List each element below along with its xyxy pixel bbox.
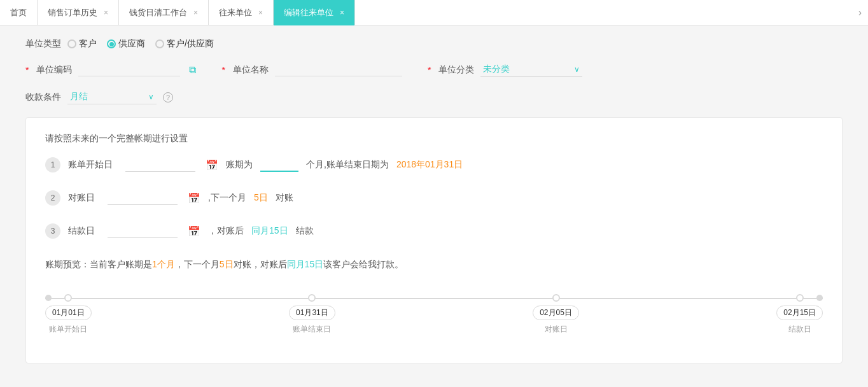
payment-terms-help-icon[interactable]: ? [163, 92, 173, 102]
unit-type-row: 单位类型 客户 供应商 客户/供应商 [25, 38, 843, 50]
reconciliation-label: 对账日 [68, 192, 95, 204]
timeline-point-0: 01月01日 账单开始日 [45, 294, 92, 335]
timeline-point-3: 02月15日 结款日 [776, 294, 823, 335]
row-num-2: 2 [45, 190, 60, 206]
payment-date-calendar-icon[interactable]: 📅 [188, 225, 200, 237]
unit-category-value: 未分类 [483, 64, 571, 75]
unit-name-input[interactable]: 河南供应商22 [275, 63, 402, 76]
radio-supplier[interactable]: 供应商 [107, 38, 145, 50]
preview-label: 账期预览：当前客户账期是 [45, 259, 152, 269]
radio-customer-circle [67, 39, 76, 48]
tab-cash-work-close[interactable]: × [193, 8, 198, 17]
tab-edit-contacts[interactable]: 编辑往来单位 × [274, 0, 355, 25]
payment-terms-arrow-icon: ∨ [148, 92, 154, 101]
tab-contacts-label: 往来单位 [219, 7, 252, 18]
timeline-point-2: 02月05日 对账日 [533, 294, 579, 335]
tab-sales-history[interactable]: 销售订单历史 × [38, 0, 119, 25]
period-suffix: 个月,账单结束日期为 [306, 159, 389, 171]
timeline-label-1: 账单结束日 [293, 324, 331, 335]
tab-contacts[interactable]: 往来单位 × [209, 0, 274, 25]
row-num-3: 3 [45, 223, 60, 239]
bill-start-calendar-icon[interactable]: 📅 [206, 159, 218, 171]
tab-contacts-close[interactable]: × [258, 8, 263, 17]
timeline-badge-3: 02月15日 [776, 306, 823, 320]
timeline-label-2: 对账日 [545, 324, 568, 335]
timeline-dot-3 [796, 294, 804, 302]
bill-start-row: 1 账单开始日 2018-01-01 📅 账期为 1 个月,账单结束日期为 20… [45, 157, 823, 172]
preview-1: 1个月 [152, 259, 175, 269]
unit-info-row: * 单位编码 000001 ⧉ * 单位名称 河南供应商22 * 单位分类 未分… [25, 62, 843, 77]
timeline-label-3: 结款日 [788, 324, 811, 335]
category-required-star: * [428, 65, 431, 75]
section-instruction: 请按照未来的一个完整帐期进行设置 [45, 133, 823, 144]
preview-5: 同月15日 [287, 259, 324, 269]
timeline-badge-0: 01月01日 [45, 306, 92, 320]
payment-terms-row: 收款条件 月结 ∨ ? [25, 90, 843, 104]
preview-4: 对账，对账后 [234, 259, 287, 269]
tab-cash-work[interactable]: 钱货日清工作台 × [119, 0, 209, 25]
preview-text: 账期预览：当前客户账期是1个月，下一个月5日对账，对账后同月15日该客户会给我打… [45, 257, 823, 272]
payment-date-row: 3 结款日 2018-02-15 📅 ，对账后同月15日结款 [45, 223, 823, 239]
name-required-star: * [221, 65, 225, 75]
tab-expand-button[interactable]: › [852, 7, 868, 18]
timeline-badge-2: 02月05日 [533, 306, 579, 320]
payment-date-post: 结款 [296, 225, 314, 237]
payment-date-pre: ，对账后 [208, 225, 244, 237]
tab-home[interactable]: 首页 [0, 0, 38, 25]
reconciliation-calendar-icon[interactable]: 📅 [188, 192, 200, 204]
page-content: 单位类型 客户 供应商 客户/供应商 * 单位编码 000001 ⧉ * 单位名… [0, 25, 868, 387]
radio-customer-label: 客户 [79, 38, 97, 50]
timeline: 01月01日 账单开始日 01月31日 账单结束日 02月05日 对账日 02月… [45, 288, 823, 348]
payment-date-highlight: 同月15日 [251, 225, 288, 237]
reconciliation-row: 2 对账日 2018-02-05 📅 ,下一个月5日对账 [45, 190, 823, 206]
period-prefix: 账期为 [226, 159, 253, 171]
reconciliation-post: 对账 [276, 192, 293, 204]
row-num-1: 1 [45, 157, 60, 172]
reconciliation-highlight: 5日 [254, 192, 268, 204]
settings-section: 请按照未来的一个完整帐期进行设置 1 账单开始日 2018-01-01 📅 账期… [25, 117, 843, 363]
timeline-point-1: 01月31日 账单结束日 [289, 294, 335, 335]
payment-terms-label: 收款条件 [25, 92, 61, 103]
unit-type-label: 单位类型 [25, 38, 61, 50]
payment-date-label: 结款日 [68, 225, 95, 237]
radio-supplier-circle [107, 39, 116, 48]
timeline-points: 01月01日 账单开始日 01月31日 账单结束日 02月05日 对账日 02月… [45, 294, 823, 335]
unit-code-label: 单位编码 [36, 64, 72, 76]
payment-terms-select[interactable]: 月结 ∨ [67, 90, 157, 104]
timeline-badge-1: 01月31日 [289, 306, 335, 320]
timeline-dot-0 [64, 294, 72, 302]
unit-category-select[interactable]: 未分类 ∨ [480, 62, 582, 77]
unit-name-label: 单位名称 [233, 64, 269, 76]
preview-2: ，下一个月 [175, 259, 220, 269]
period-value-input[interactable]: 1 [260, 158, 298, 172]
code-required-star: * [25, 65, 29, 75]
radio-both-label: 客户/供应商 [167, 38, 214, 50]
radio-supplier-label: 供应商 [118, 38, 145, 50]
preview-6: 该客户会给我打款。 [323, 259, 403, 269]
radio-both[interactable]: 客户/供应商 [155, 38, 214, 50]
tabs-bar: 首页 销售订单历史 × 钱货日清工作台 × 往来单位 × 编辑往来单位 × › [0, 0, 868, 25]
preview-3: 5日 [220, 259, 234, 269]
payment-date-input[interactable]: 2018-02-15 [108, 225, 178, 238]
unit-code-copy-icon[interactable]: ⧉ [189, 64, 196, 76]
radio-customer[interactable]: 客户 [67, 38, 97, 50]
tab-edit-contacts-close[interactable]: × [340, 8, 344, 17]
reconciliation-date-input[interactable]: 2018-02-05 [108, 192, 178, 205]
unit-category-arrow-icon: ∨ [574, 65, 580, 74]
period-end-date: 2018年01月31日 [396, 159, 463, 171]
bill-start-label: 账单开始日 [68, 159, 113, 171]
tab-cash-work-label: 钱货日清工作台 [129, 7, 187, 18]
timeline-label-0: 账单开始日 [49, 324, 87, 335]
tab-edit-contacts-label: 编辑往来单位 [284, 7, 333, 18]
tab-sales-history-close[interactable]: × [104, 8, 108, 17]
unit-code-input[interactable]: 000001 [78, 63, 180, 76]
timeline-dot-2 [552, 294, 560, 302]
tab-sales-history-label: 销售订单历史 [48, 7, 97, 18]
unit-type-radio-group: 客户 供应商 客户/供应商 [67, 38, 214, 50]
tab-home-label: 首页 [10, 7, 27, 18]
unit-category-label: 单位分类 [438, 64, 474, 76]
payment-terms-value: 月结 [70, 91, 146, 102]
reconciliation-pre: ,下一个月 [208, 192, 246, 204]
timeline-dot-1 [308, 294, 316, 302]
bill-start-date-input[interactable]: 2018-01-01 [125, 158, 195, 172]
